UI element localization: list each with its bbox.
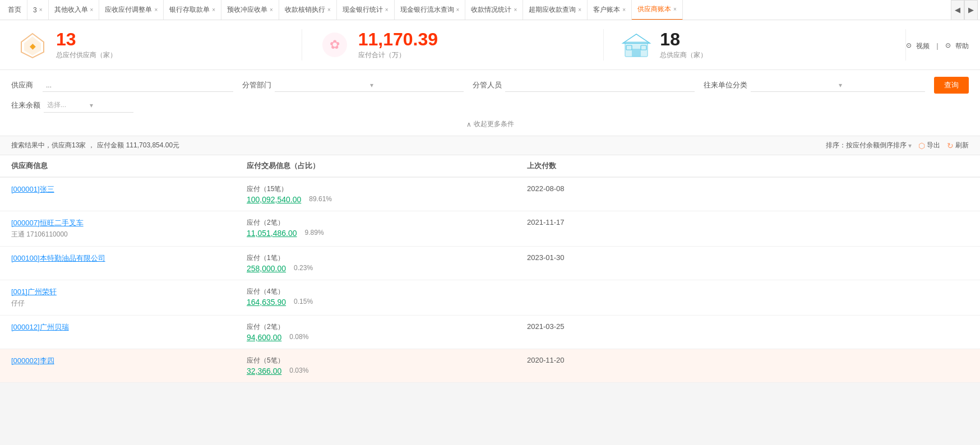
dept-select[interactable]: ▾ xyxy=(275,79,464,92)
supplier-link-2[interactable]: [000100]本特勤油品有限公司 xyxy=(11,254,105,262)
nav-tab-supplier-book[interactable]: 供应商账本 × xyxy=(632,0,683,20)
star-icon: ✿ xyxy=(319,29,350,61)
trans-row-3: 164,635.90 0.15% xyxy=(247,296,527,307)
lastpay-cell-0: 2022-08-08 xyxy=(527,184,969,193)
close-tab-3[interactable]: × xyxy=(39,7,43,13)
trans-amount-2[interactable]: 258,000.00 xyxy=(247,264,286,273)
trans-amount-5[interactable]: 32,366.00 xyxy=(247,367,281,376)
category-chevron-icon: ▾ xyxy=(839,81,922,89)
col-header-lastpay: 上次付数 xyxy=(527,161,969,171)
right-tools: 排序：按应付余额倒序排序 ▾ ⬡ 导出 ↻ 刷新 xyxy=(826,141,969,150)
supplier-link-0[interactable]: [000001]张三 xyxy=(11,185,54,193)
close-tab-supplier-book[interactable]: × xyxy=(673,6,677,12)
supplier-cell-3: [001]广州荣轩 仔仔 xyxy=(11,287,247,308)
trans-amount-3[interactable]: 164,635.90 xyxy=(247,298,286,307)
supplier-input[interactable] xyxy=(43,79,233,92)
balance-select[interactable]: 选择... ▾ xyxy=(44,98,133,113)
trans-label-5: 应付（5笔） xyxy=(247,356,284,364)
dept-label: 分管部门 xyxy=(242,80,271,90)
trans-amount-0[interactable]: 100,092,540.00 xyxy=(247,195,301,204)
results-amount: 应付金额 111,703,854.00元 xyxy=(97,141,179,150)
close-tab-prepay-ar[interactable]: × xyxy=(270,7,273,13)
lastpay-cell-1: 2021-11-17 xyxy=(527,218,969,226)
video-link[interactable]: 视频 xyxy=(916,41,930,51)
close-tab-receipt-stat[interactable]: × xyxy=(514,7,517,13)
nav-prev-arrow[interactable]: ◀ xyxy=(951,0,964,20)
transaction-cell-1: 应付（2笔） 11,051,486.00 9.89% xyxy=(247,218,527,238)
collapse-btn[interactable]: ∧ 收起更多条件 xyxy=(461,117,520,131)
sort-label: 排序：按应付余额倒序排序 xyxy=(826,141,907,150)
trans-amount-1[interactable]: 11,051,486.00 xyxy=(247,229,297,238)
supplier-link-3[interactable]: [001]广州荣轩 xyxy=(11,288,57,296)
nav-tab-cash-bank-stat[interactable]: 现金银行统计 × xyxy=(337,0,395,20)
export-button[interactable]: ⬡ 导出 xyxy=(918,141,940,150)
lastpay-date-4: 2021-03-25 xyxy=(527,322,565,331)
nav-next-arrow[interactable]: ▶ xyxy=(964,0,978,20)
nav-tab-prepay-ar[interactable]: 预收冲应收单 × xyxy=(221,0,279,20)
close-tab-overdue-ar[interactable]: × xyxy=(578,7,581,13)
lastpay-date-5: 2020-11-20 xyxy=(527,356,565,364)
nav-tab-ar-ap-adjust[interactable]: 应收应付调整单 × xyxy=(99,0,164,20)
trans-row-2: 258,000.00 0.23% xyxy=(247,263,527,273)
person-input[interactable] xyxy=(505,79,695,92)
close-tab-other-income[interactable]: × xyxy=(90,7,94,13)
category-label: 往来单位分类 xyxy=(704,80,747,90)
close-tab-cash-bank-flow[interactable]: × xyxy=(456,7,460,13)
summary-bar: ◆ 13 总应付供应商（家） ✿ 11,170.39 应付合计（万） xyxy=(0,20,980,70)
transaction-cell-3: 应付（4笔） 164,635.90 0.15% xyxy=(247,287,527,307)
lastpay-date-2: 2023-01-30 xyxy=(527,253,565,262)
summary-item-total-payable: ✿ 11,170.39 应付合计（万） xyxy=(302,29,604,61)
trans-row-1: 11,051,486.00 9.89% xyxy=(247,228,527,238)
trans-percent-5: 0.03% xyxy=(289,367,308,374)
nav-tab-other-income[interactable]: 其他收入单 × xyxy=(49,0,100,20)
refresh-button[interactable]: ↻ 刷新 xyxy=(947,141,969,150)
page-wrapper: 首页 3 × 其他收入单 × 应收应付调整单 × 银行存取款单 × 预收冲应收单… xyxy=(0,0,980,445)
trans-percent-0: 89.61% xyxy=(309,195,332,203)
person-label: 分管人员 xyxy=(473,80,502,90)
diamond-icon: ◆ xyxy=(17,29,48,61)
nav-tab-cash-bank-flow[interactable]: 现金银行流水查询 × xyxy=(395,0,466,20)
sort-chevron-icon: ▾ xyxy=(908,142,912,150)
help-link[interactable]: 帮助 xyxy=(955,41,969,51)
data-table: 供应商信息 应付交易信息（占比） 上次付数 [000001]张三 应付（15笔）… xyxy=(0,155,980,383)
close-tab-cash-bank-stat[interactable]: × xyxy=(385,7,389,13)
nav-tab-home[interactable]: 首页 xyxy=(2,0,27,20)
sort-dropdown[interactable]: 排序：按应付余额倒序排序 ▾ xyxy=(826,141,912,150)
trans-percent-1: 9.89% xyxy=(305,229,324,237)
balance-placeholder: 选择... xyxy=(47,100,87,110)
nav-tab-receipt-stat[interactable]: 收款情况统计 × xyxy=(465,0,523,20)
supplier-link-4[interactable]: [000012]广州贝瑞 xyxy=(11,323,69,331)
nav-tab-customer-book[interactable]: 客户账本 × xyxy=(588,0,632,20)
query-button[interactable]: 查询 xyxy=(934,77,969,94)
trans-amount-4[interactable]: 94,600.00 xyxy=(247,333,281,342)
summary-text-total-payable: 11,170.39 应付合计（万） xyxy=(358,30,438,60)
nav-tab-3[interactable]: 3 × xyxy=(27,0,49,20)
trans-label-3: 应付（4笔） xyxy=(247,288,284,295)
collapse-arrow-icon: ∧ xyxy=(466,120,471,128)
table-row: [000007]恒旺二手叉车 王通 17106110000 应付（2笔） 11,… xyxy=(0,211,980,247)
total-suppliers-number: 18 xyxy=(660,30,707,49)
category-select[interactable]: ▾ xyxy=(751,79,926,92)
supplier-link-1[interactable]: [000007]恒旺二手叉车 xyxy=(11,219,84,227)
top-nav: 首页 3 × 其他收入单 × 应收应付调整单 × 银行存取款单 × 预收冲应收单… xyxy=(0,0,980,20)
filter-dept: 分管部门 ▾ xyxy=(242,79,464,92)
total-suppliers-label: 总供应商（家） xyxy=(660,50,707,60)
balance-label: 往来余额 xyxy=(11,100,40,110)
close-tab-receipt-verify[interactable]: × xyxy=(327,7,331,13)
nav-tab-bank-deposit[interactable]: 银行存取款单 × xyxy=(164,0,221,20)
supplier-link-5[interactable]: [000002]李四 xyxy=(11,356,54,365)
nav-tab-receipt-verify[interactable]: 收款核销执行 × xyxy=(279,0,337,20)
results-summary: 搜索结果中，供应商13家 xyxy=(11,141,86,150)
close-tab-bank-deposit[interactable]: × xyxy=(212,7,215,13)
close-tab-customer-book[interactable]: × xyxy=(622,7,626,13)
close-tab-ar-ap-adjust[interactable]: × xyxy=(154,7,158,13)
trans-row-4: 94,600.00 0.08% xyxy=(247,332,527,342)
supplier-cell-5: [000002]李四 xyxy=(11,356,247,366)
transaction-cell-5: 应付（5笔） 32,366.00 0.03% xyxy=(247,356,527,376)
payable-suppliers-label: 总应付供应商（家） xyxy=(56,50,117,60)
svg-text:✿: ✿ xyxy=(330,38,340,52)
svg-rect-7 xyxy=(632,49,641,57)
svg-text:◆: ◆ xyxy=(30,41,36,50)
filter-balance: 往来余额 选择... ▾ xyxy=(11,98,969,113)
nav-tab-overdue-ar[interactable]: 超期应收款查询 × xyxy=(523,0,588,20)
